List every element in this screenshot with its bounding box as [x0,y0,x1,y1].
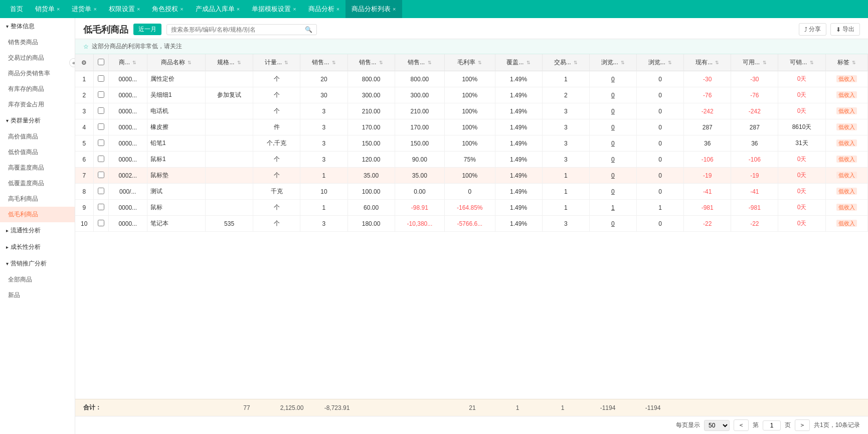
nav-template[interactable]: 单据模板设置 × [246,0,302,18]
row-select-checkbox[interactable] [98,75,104,82]
nav-permissions-close[interactable]: × [137,6,140,12]
nav-analysis-list[interactable]: 商品分析列表 × [345,0,402,18]
row-select-checkbox[interactable] [98,156,104,162]
row-views1[interactable]: 0 [589,119,636,135]
row-select-checkbox[interactable] [98,188,104,194]
col-tag[interactable]: 标签 ⇅ [825,54,867,71]
row-name[interactable]: 铅笔1 [147,135,206,152]
row-views1[interactable]: 1 [589,200,636,216]
nav-template-close[interactable]: × [293,6,296,12]
search-icon[interactable]: 🔍 [305,26,312,33]
search-input[interactable] [171,26,305,33]
col-transactions[interactable]: 交易... ⇅ [542,54,589,71]
row-name[interactable]: 属性定价 [147,71,206,87]
sidebar-item-traded-goods[interactable]: 交易过的商品 [0,50,75,66]
row-checkbox[interactable] [93,103,108,119]
nav-purchase[interactable]: 进货单 × [66,0,102,18]
row-views1[interactable]: 0 [589,168,636,184]
row-name[interactable]: 吴细细1 [147,87,206,103]
row-name[interactable]: 笔记本 [147,216,206,232]
col-views2[interactable]: 浏览... ⇅ [636,54,683,71]
row-views1[interactable]: 0 [589,87,636,103]
sidebar-item-new-goods[interactable]: 新品 [0,287,75,303]
row-name[interactable]: 鼠标1 [147,152,206,168]
nav-product-entry-close[interactable]: × [237,6,240,12]
page-size-select[interactable]: 50 100 200 [704,420,730,431]
sidebar-item-low-value[interactable]: 低价值商品 [0,144,75,160]
col-spec[interactable]: 规格... ⇅ [206,54,253,71]
row-select-checkbox[interactable] [98,91,104,98]
next-page-button[interactable]: ＞ [795,419,810,431]
row-views1[interactable]: 0 [589,216,636,232]
date-filter-button[interactable]: 近一月 [133,24,161,35]
col-saleable[interactable]: 可销... ⇅ [778,54,825,71]
col-sales-price[interactable]: 销售... ⇅ [348,54,395,71]
sidebar-item-sales-goods[interactable]: 销售类商品 [0,35,75,50]
col-sales-avg[interactable]: 销售... ⇅ [395,54,444,71]
col-sales-qty[interactable]: 销售... ⇅ [300,54,348,71]
nav-analysis[interactable]: 商品分析 × [302,0,345,18]
nav-product-entry[interactable]: 产成品入库单 × [190,0,246,18]
row-name[interactable]: 鼠标垫 [147,168,206,184]
row-checkbox[interactable] [93,119,108,135]
prev-page-button[interactable]: ＜ [734,419,749,431]
nav-permissions[interactable]: 权限设置 × [103,0,146,18]
row-views1[interactable]: 0 [589,184,636,200]
sidebar-item-in-stock[interactable]: 有库存的商品 [0,81,75,97]
col-code[interactable]: 商... ⇅ [108,54,147,71]
col-name[interactable]: 商品名称 ⇅ [147,54,206,71]
nav-roles[interactable]: 角色授权 × [146,0,189,18]
col-stock[interactable]: 现有... ⇅ [684,54,731,71]
sidebar-item-low-margin[interactable]: 低毛利商品 [0,207,75,222]
nav-home[interactable]: 首页 [4,0,29,18]
sidebar-section-flow[interactable]: ▸ 流通性分析 [0,222,75,239]
row-checkbox[interactable] [93,71,108,87]
row-select-checkbox[interactable] [98,123,104,130]
row-select-checkbox[interactable] [98,220,104,226]
nav-roles-close[interactable]: × [180,6,183,12]
row-checkbox[interactable] [93,184,108,200]
sidebar-section-cluster[interactable]: ▾ 类群量分析 [0,112,75,129]
select-all-checkbox[interactable] [98,59,104,65]
row-name[interactable]: 橡皮擦 [147,119,206,135]
row-checkbox[interactable] [93,135,108,152]
sidebar-section-overall[interactable]: ▾ 整体信息 [0,18,75,35]
row-views1[interactable]: 0 [589,103,636,119]
row-checkbox[interactable] [93,87,108,103]
nav-sales-close[interactable]: × [57,6,60,12]
sidebar-item-low-coverage[interactable]: 低覆盖度商品 [0,176,75,191]
row-select-checkbox[interactable] [98,107,104,114]
col-views1[interactable]: 浏览... ⇅ [589,54,636,71]
row-name[interactable]: 鼠标 [147,200,206,216]
export-button[interactable]: ⬇ 导出 [830,23,860,36]
sidebar-collapse-btn[interactable]: « [69,58,75,67]
col-coverage[interactable]: 覆盖... ⇅ [495,54,542,71]
sidebar-item-category-rate[interactable]: 商品分类销售率 [0,66,75,81]
sidebar-item-high-value[interactable]: 高价值商品 [0,129,75,144]
row-select-checkbox[interactable] [98,172,104,178]
row-checkbox[interactable] [93,200,108,216]
page-number-input[interactable] [763,420,781,430]
row-select-checkbox[interactable] [98,139,104,146]
col-available[interactable]: 可用... ⇅ [731,54,778,71]
sidebar-item-capital[interactable]: 库存资金占用 [0,97,75,112]
row-select-checkbox[interactable] [98,204,104,210]
row-views1[interactable]: 0 [589,71,636,87]
row-checkbox[interactable] [93,168,108,184]
sidebar-section-growth[interactable]: ▸ 成长性分析 [0,239,75,255]
col-unit[interactable]: 计量... ⇅ [253,54,300,71]
nav-analysis-close[interactable]: × [336,6,339,12]
nav-purchase-close[interactable]: × [93,6,96,12]
row-views1[interactable]: 0 [589,135,636,152]
nav-analysis-list-close[interactable]: × [393,6,396,12]
sidebar-item-high-margin[interactable]: 高毛利商品 [0,191,75,207]
sidebar-section-marketing[interactable]: ▾ 营销推广分析 [0,255,75,272]
col-gross-rate[interactable]: 毛利率 ⇅ [445,54,495,71]
col-settings[interactable]: ⚙ [75,54,93,71]
row-views1[interactable]: 0 [589,152,636,168]
row-name[interactable]: 测试 [147,184,206,200]
row-checkbox[interactable] [93,216,108,232]
nav-sales[interactable]: 销货单 × [29,0,66,18]
row-name[interactable]: 电话机 [147,103,206,119]
sidebar-item-high-coverage[interactable]: 高覆盖度商品 [0,160,75,176]
